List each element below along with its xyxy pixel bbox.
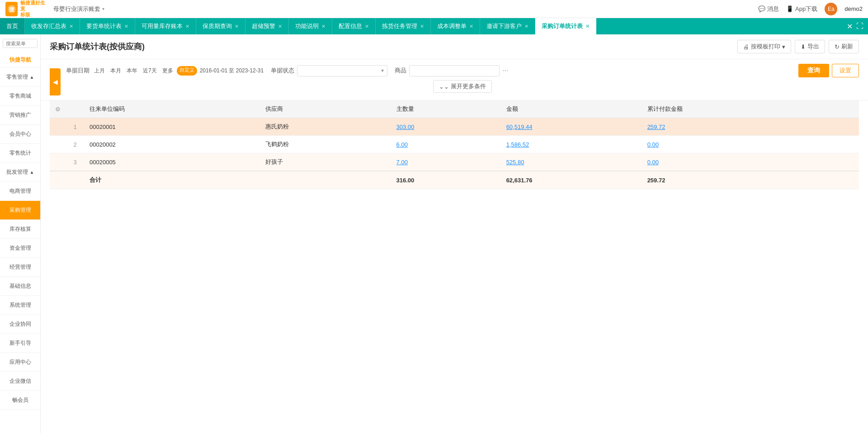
this-month-shortcut[interactable]: 本月 [108,66,123,76]
settings-button[interactable]: 设置 [832,64,859,77]
row-settings-2 [50,153,66,171]
section-toggle[interactable]: ◀ [50,68,61,95]
tab-close-icon-6[interactable]: ✕ [321,24,326,29]
sidebar-item-label-7: 采购管理 [9,206,31,214]
tab-close-icon-9[interactable]: ✕ [469,24,473,29]
user-name[interactable]: demo2 [844,5,863,12]
sidebar-item-营销推广[interactable]: 营销推广 [0,106,40,125]
col-settings[interactable]: ⚙ [50,100,66,118]
row-quantity-0[interactable]: 303.00 [391,118,501,136]
row-quantity-2[interactable]: 7.00 [391,153,501,171]
expand-icon: ⌄⌄ [439,83,449,90]
nav-tab-8[interactable]: 拣货任务管理 ✕ [376,18,431,34]
row-supplier-2: 好孩子 [260,153,391,171]
col-seq [66,100,84,118]
this-year-shortcut[interactable]: 本年 [125,66,139,76]
nav-tab-11[interactable]: 采购订单统计表 ✕ [535,18,596,34]
tab-close-icon-2[interactable]: ✕ [124,24,128,29]
sidebar-item-畅会员[interactable]: 畅会员 [0,391,40,410]
sidebar-item-资金管理[interactable]: 资金管理 [0,239,40,258]
last-month-shortcut[interactable]: 上月 [92,66,107,76]
sidebar-item-零售统计[interactable]: 零售统计 [0,144,40,163]
search-input[interactable] [3,39,38,48]
workspace-selector[interactable]: 母婴行业演示账套 ▾ [53,5,751,13]
quick-nav[interactable]: 快捷导航 [0,52,40,68]
main-layout: 快捷导航 零售管理▲零售商城营销推广会员中心零售统计批发管理▲电商管理采购管理库… [0,34,868,433]
messages-button[interactable]: 💬 消息 [758,5,779,13]
fullscreen-icon[interactable]: ⛶ [856,22,863,30]
sidebar-item-企业微信[interactable]: 企业微信 [0,372,40,391]
row-paid-0[interactable]: 259.72 [642,118,818,136]
close-all-icon[interactable]: ✕ [847,22,853,31]
sidebar-item-系统管理[interactable]: 系统管理 [0,296,40,315]
sidebar-item-采购管理[interactable]: 采购管理 [0,201,40,220]
nav-tab-5[interactable]: 超储预警 ✕ [245,18,289,34]
sidebar: 快捷导航 零售管理▲零售商城营销推广会员中心零售统计批发管理▲电商管理采购管理库… [0,34,41,433]
row-paid-1[interactable]: 0.00 [642,136,818,153]
sidebar-item-经营管理[interactable]: 经营管理 [0,258,40,277]
row-extra-2 [817,153,859,171]
sidebar-item-应用中心[interactable]: 应用中心 [0,353,40,372]
row-amount-1[interactable]: 1,586.52 [501,136,642,153]
col-supplier: 供应商 [260,100,391,118]
top-bar: 捷 畅捷通好生意 标版 母婴行业演示账套 ▾ 💬 消息 📱 App下载 Ea d… [0,0,868,18]
expand-button[interactable]: ⌄⌄ 展开更多条件 [433,80,492,93]
logo-text-line2: 标版 [20,12,46,18]
row-settings-1 [50,136,66,153]
sidebar-item-零售商城[interactable]: 零售商城 [0,87,40,106]
row-paid-2[interactable]: 0.00 [642,153,818,171]
tab-close-icon-5[interactable]: ✕ [278,24,282,29]
export-button[interactable]: ⬇ 导出 [795,40,825,53]
print-button[interactable]: 🖨 按模板打印 ▾ [737,40,791,53]
filter-status-group: 单据状态 [271,65,387,76]
tab-close-icon-8[interactable]: ✕ [420,24,424,29]
nav-tab-4[interactable]: 保质期查询 ✕ [196,18,245,34]
sidebar-item-label-11: 基础信息 [9,282,31,290]
sidebar-item-基础信息[interactable]: 基础信息 [0,277,40,296]
sidebar-item-会员中心[interactable]: 会员中心 [0,125,40,144]
footer-amount: 62,631.76 [501,171,642,189]
sidebar-item-新手引导[interactable]: 新手引导 [0,334,40,353]
tab-close-icon-7[interactable]: ✕ [365,24,369,29]
sidebar-item-库存核算[interactable]: 库存核算 [0,220,40,239]
sidebar-item-label-15: 应用中心 [9,358,31,366]
status-select[interactable] [297,65,387,76]
row-extra-1 [817,136,859,153]
row-quantity-1[interactable]: 6.00 [391,136,501,153]
nav-tab-7[interactable]: 配置信息 ✕ [332,18,376,34]
sidebar-item-批发管理[interactable]: 批发管理▲ [0,163,40,182]
tab-close-icon-10[interactable]: ✕ [524,24,528,29]
refresh-button[interactable]: ↻ 刷新 [829,40,859,53]
goods-input[interactable] [409,65,500,76]
workspace-name: 母婴行业演示账套 [53,5,100,13]
sidebar-item-企业协同[interactable]: 企业协同 [0,315,40,334]
logo-text-line1: 畅捷通好生意 [20,0,46,12]
tab-close-icon-3[interactable]: ✕ [185,24,189,29]
nav-tab-1[interactable]: 收发存汇总表 ✕ [25,18,80,34]
sidebar-item-label-9: 资金管理 [9,244,31,252]
refresh-label: 刷新 [841,43,853,51]
nav-tab-10[interactable]: 邀请下游客户 ✕ [480,18,535,34]
tab-close-icon-11[interactable]: ✕ [585,24,590,29]
row-supplier-0: 惠氏奶粉 [260,118,391,136]
workspace-chevron-icon: ▾ [102,6,104,11]
nav-tab-3[interactable]: 可用量库存账本 ✕ [135,18,196,34]
query-button[interactable]: 查询 [798,64,829,77]
sidebar-item-零售管理[interactable]: 零售管理▲ [0,68,40,87]
goods-more-icon[interactable]: ··· [502,67,508,75]
top-right: 💬 消息 📱 App下载 Ea demo2 [758,3,863,15]
nav-tab-9[interactable]: 成本调整单 ✕ [431,18,480,34]
last-7-days-shortcut[interactable]: 近7天 [141,66,159,76]
row-amount-2[interactable]: 525.80 [501,153,642,171]
nav-tab-6[interactable]: 功能说明 ✕ [289,18,332,34]
more-shortcut[interactable]: 更多 [160,66,175,76]
custom-date-badge[interactable]: 自定义 [177,66,197,76]
nav-tab-0[interactable]: 首页 [0,18,25,34]
tab-close-icon-1[interactable]: ✕ [69,24,73,29]
sidebar-item-电商管理[interactable]: 电商管理 [0,182,40,201]
tab-close-icon-4[interactable]: ✕ [235,24,239,29]
app-download-button[interactable]: 📱 App下载 [786,5,817,13]
row-amount-0[interactable]: 60,519.44 [501,118,642,136]
nav-tab-2[interactable]: 要货单统计表 ✕ [80,18,135,34]
col-extra [817,100,859,118]
